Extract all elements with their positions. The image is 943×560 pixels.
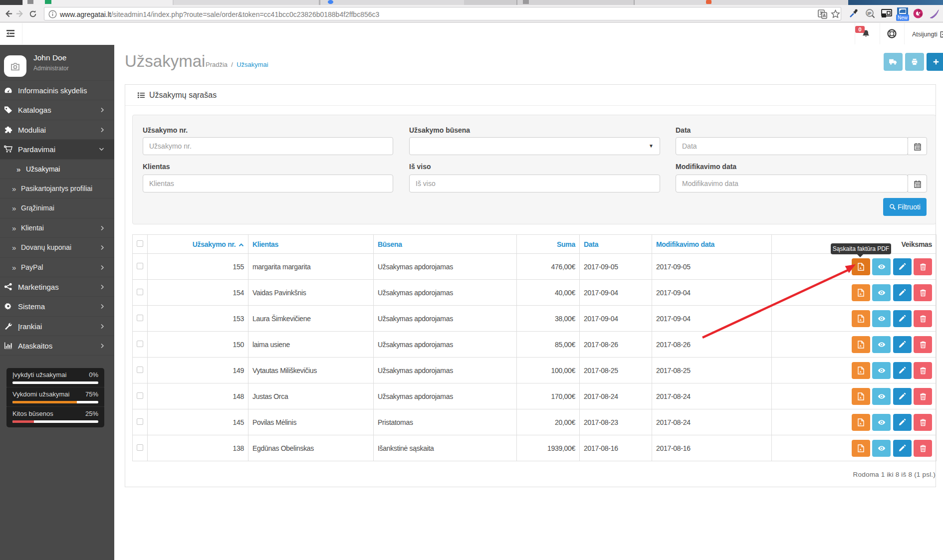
svg-text:IP: IP xyxy=(868,11,872,16)
